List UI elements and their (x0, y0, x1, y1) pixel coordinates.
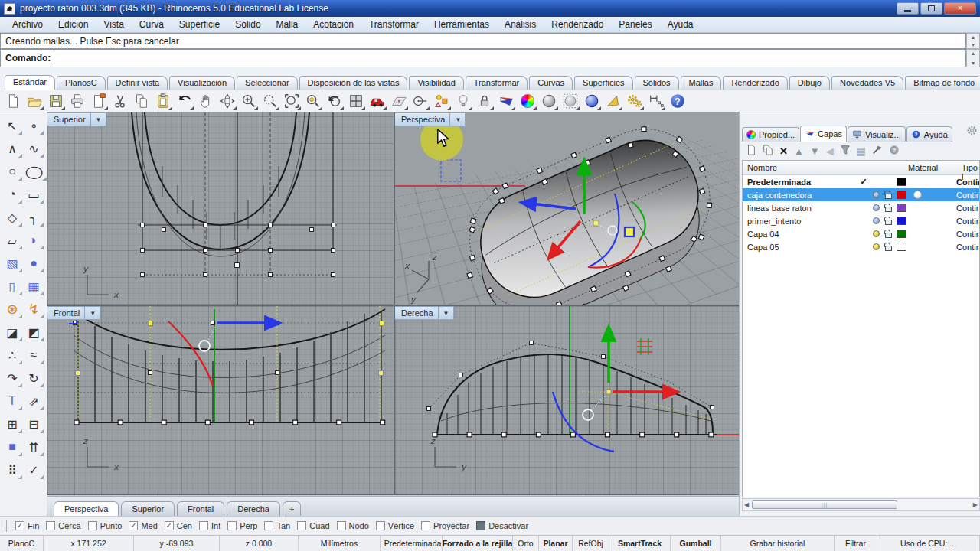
shaded-mode-icon[interactable] (538, 91, 560, 112)
boolean-union-icon[interactable]: ■ (2, 437, 23, 457)
text-object-icon[interactable]: T (2, 391, 23, 411)
menu-vista[interactable]: Vista (96, 18, 131, 31)
toolbar-tab-bitmap[interactable]: Bitmap de fondo (905, 76, 980, 90)
zoom-extents-icon[interactable] (281, 91, 302, 112)
material-preview-icon[interactable] (913, 191, 922, 199)
check-objects-icon[interactable]: ✓ (24, 460, 44, 480)
layer-tools-icon[interactable] (872, 145, 883, 158)
group-icon[interactable]: ⊞ (2, 414, 23, 434)
osnap-cerca[interactable]: Cerca (46, 521, 80, 530)
menu-ayuda[interactable]: Ayuda (660, 18, 701, 31)
viewport-label-superior[interactable]: Superior▼ (47, 112, 106, 126)
menu-malla[interactable]: Malla (269, 18, 306, 31)
layer-list-header[interactable]: Nombre Material Tipo l (743, 161, 979, 175)
scroll-up-icon[interactable]: ▲ (971, 34, 976, 40)
viewport-tab-frontal[interactable]: Frontal (177, 501, 224, 516)
panel-tab-propiedades[interactable]: Propied... (742, 127, 799, 142)
sphere-icon[interactable]: ● (24, 253, 44, 273)
viewport-label-frontal[interactable]: Frontal▼ (47, 306, 100, 320)
osnap-int[interactable]: Int (199, 521, 220, 530)
menu-renderizado[interactable]: Renderizado (544, 18, 611, 31)
toolbar-tab-definir-vista[interactable]: Definir vista (107, 76, 168, 90)
column-nombre[interactable]: Nombre (747, 163, 777, 172)
layer-unlocked-icon[interactable] (885, 220, 892, 225)
menu-edicion[interactable]: Edición (51, 18, 96, 31)
grid-snap-toggle[interactable]: Forzado a la rejilla (443, 536, 513, 551)
toolbar-tab-novedades[interactable]: Novedades V5 (831, 76, 903, 90)
viewport-frontal[interactable]: z x Frontal▼ (47, 306, 394, 494)
options-gears-icon[interactable] (624, 91, 645, 112)
toolbar-tab-solidos[interactable]: Sólidos (635, 76, 679, 90)
circle-center-icon[interactable] (410, 91, 431, 112)
move-left-icon[interactable]: ◀ (826, 146, 834, 156)
layer-row-primer-intento[interactable]: primer_intento Continua (743, 214, 979, 227)
render-colorwheel-icon[interactable] (517, 91, 538, 112)
undo-icon[interactable] (174, 91, 195, 112)
join-icon[interactable]: ◩ (24, 322, 44, 342)
set-cplane-icon[interactable] (388, 91, 410, 112)
checkbox[interactable]: ✓ (165, 521, 174, 530)
layer-color-swatch[interactable] (897, 178, 906, 186)
dimension-icon[interactable] (645, 91, 667, 112)
duplicate-layer-icon[interactable] (763, 145, 773, 158)
gumball-toggle[interactable]: Gumball (671, 536, 721, 551)
checkbox[interactable] (199, 521, 208, 530)
ellipse-icon[interactable]: ◯ (20, 161, 47, 181)
units[interactable]: Milímetros (299, 536, 381, 551)
chevron-down-icon[interactable]: ▼ (90, 310, 96, 317)
checkbox[interactable] (227, 521, 237, 530)
scroll-down-icon[interactable]: ▼ (971, 42, 976, 47)
layer-unlocked-icon[interactable] (885, 233, 892, 238)
menu-herramientas[interactable]: Herramientas (426, 18, 497, 31)
zoom-dynamic-icon[interactable] (238, 91, 260, 112)
osnap-med[interactable]: ✓Med (129, 521, 157, 530)
panel-tab-ayuda[interactable]: ?Ayuda (906, 126, 952, 142)
minimize-button[interactable] (897, 2, 919, 15)
trim-icon[interactable]: ↯ (24, 299, 44, 319)
menu-superficie[interactable]: Superficie (172, 18, 227, 31)
explode-icon[interactable]: ⊛ (2, 299, 23, 319)
select-pointer-icon[interactable]: ↖ (2, 116, 23, 135)
adjust-end-bulge-icon[interactable]: ↷ (2, 368, 23, 388)
split-icon[interactable]: ◪ (2, 322, 23, 342)
layer-on-bulb-icon[interactable] (873, 230, 880, 237)
add-viewport-tab-button[interactable]: + (283, 501, 301, 516)
smarttrack-toggle[interactable]: SmartTrack (609, 536, 671, 551)
layer-color-swatch[interactable] (897, 243, 906, 251)
menu-transformar[interactable]: Transformar (361, 18, 426, 31)
osnap-proyectar[interactable]: Proyectar (421, 521, 469, 530)
scroll-left-icon[interactable]: ◀ (744, 501, 749, 508)
select-table-icon[interactable]: ▦ (857, 146, 866, 156)
checkbox[interactable] (264, 521, 273, 530)
save-icon[interactable] (45, 91, 67, 112)
lock-objects-icon[interactable] (474, 91, 495, 112)
polyline-icon[interactable]: ∧ (2, 139, 23, 158)
layer-color-swatch[interactable] (897, 217, 906, 225)
filter-toggle[interactable]: Filtrar (835, 536, 877, 551)
move-up-icon[interactable]: ▲ (794, 146, 804, 156)
viewport-tab-perspectiva[interactable]: Perspectiva (54, 501, 119, 516)
toolbar-tab-curvas[interactable]: Curvas (529, 76, 573, 90)
menu-acotacion[interactable]: Acotación (305, 18, 361, 31)
box-icon[interactable]: ▧ (2, 253, 23, 273)
toolbar-tab-visibilidad[interactable]: Visibilidad (409, 76, 463, 90)
cylinder-icon[interactable]: ▯ (2, 276, 23, 296)
curved-surface-icon[interactable]: ◗ (24, 230, 44, 250)
checkbox[interactable] (421, 521, 430, 530)
panel-tab-capas[interactable]: Capas (800, 126, 847, 142)
rhino-app-icon[interactable] (4, 3, 15, 15)
undo-view-icon[interactable] (324, 91, 345, 112)
viewport-tab-superior[interactable]: Superior (121, 501, 175, 516)
polygon-icon[interactable]: ◇ (2, 207, 23, 227)
osnap-nodo[interactable]: Nodo (337, 521, 369, 530)
new-file-icon[interactable] (2, 91, 24, 112)
viewport-tab-derecha[interactable]: Derecha (227, 501, 280, 516)
toolbar-tab-transformar[interactable]: Transformar (466, 76, 528, 90)
menu-archivo[interactable]: Archivo (5, 18, 51, 31)
ortho-toggle[interactable]: Orto (513, 536, 539, 551)
arc-icon[interactable]: ◔ (2, 184, 23, 204)
cplane-toggle[interactable]: PlanoC (0, 536, 44, 551)
align-icon[interactable]: ⊟ (24, 414, 44, 434)
command-history[interactable]: Creando mallas... Pulse Esc para cancela… (0, 33, 966, 49)
osnap-vertice[interactable]: Vértice (376, 521, 414, 530)
